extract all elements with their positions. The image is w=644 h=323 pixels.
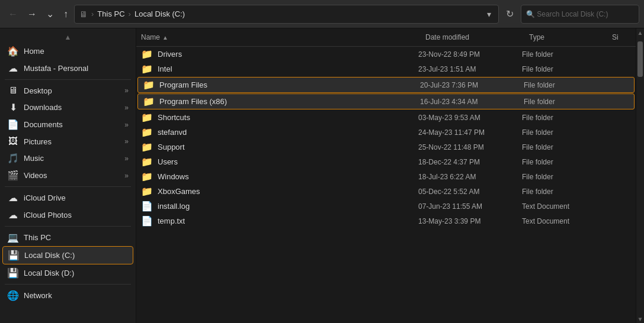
sidebar-item-documents[interactable]: 📄Documents» xyxy=(0,116,136,133)
pictures-icon: 🖼 xyxy=(7,136,19,147)
sidebar-item-local-disk-d[interactable]: 💾Local Disk (D:) xyxy=(0,264,136,282)
scrollbar-thumb[interactable] xyxy=(637,41,643,77)
search-icon: 🔍 xyxy=(526,10,535,18)
file-row[interactable]: 📁XboxGames05-Dec-22 5:52 AMFile folder xyxy=(136,184,636,199)
file-row[interactable]: 📁Program Files20-Jul-23 7:36 PMFile fold… xyxy=(137,77,635,93)
breadcrumb-thispc: This PC xyxy=(97,9,124,18)
file-name: Program Files (x86) xyxy=(159,97,420,106)
up-button[interactable]: ↑ xyxy=(60,7,72,22)
scrollbar-down-arrow[interactable]: ▼ xyxy=(636,315,645,323)
file-type: File folder xyxy=(524,98,607,106)
file-row[interactable]: 📁Shortcuts03-May-23 9:53 AMFile folder xyxy=(136,110,636,125)
column-headers: Name ▲ Date modified Type Si xyxy=(136,28,636,47)
file-name: install.log xyxy=(158,202,418,211)
file-type: Text Document xyxy=(522,217,605,225)
refresh-button[interactable]: ↻ xyxy=(501,6,518,22)
content-area: Name ▲ Date modified Type Si 📁Drivers23-… xyxy=(136,28,636,323)
network-label: Network xyxy=(24,291,129,300)
sidebar-item-desktop[interactable]: 🖥Desktop» xyxy=(0,82,136,99)
file-row[interactable]: 📁Windows18-Jul-23 6:22 AMFile folder xyxy=(136,169,636,184)
file-type: File folder xyxy=(522,128,605,137)
sidebar-item-home[interactable]: 🏠Home xyxy=(0,43,136,60)
icloud-drive-icon: ☁ xyxy=(7,192,19,204)
file-date: 25-Nov-22 11:48 PM xyxy=(418,143,522,151)
file-date: 05-Dec-22 5:52 AM xyxy=(418,188,522,196)
documents-icon: 📄 xyxy=(7,119,19,130)
pictures-pin-icon: » xyxy=(124,137,129,146)
icloud-drive-label: iCloud Drive xyxy=(24,193,129,202)
scrollbar-up-arrow[interactable]: ▲ xyxy=(636,28,645,37)
sidebar-item-this-pc[interactable]: 💻This PC xyxy=(0,229,136,246)
videos-icon: 🎬 xyxy=(7,170,19,181)
file-row[interactable]: 📄temp.txt13-May-23 3:39 PMText Document xyxy=(136,214,636,228)
sidebar-item-music[interactable]: 🎵Music» xyxy=(0,150,136,167)
sidebar-item-videos[interactable]: 🎬Videos» xyxy=(0,167,136,184)
address-bar[interactable]: 🖥 › This PC › Local Disk (C:) ▾ xyxy=(74,5,499,24)
sidebar-divider xyxy=(5,226,131,227)
this-pc-icon: 💻 xyxy=(7,232,19,243)
file-icon-doc: 📄 xyxy=(141,215,153,227)
file-row[interactable]: 📁Intel23-Jul-23 1:51 AMFile folder xyxy=(136,62,636,76)
sidebar: ▲ 🏠Home☁Mustafa - Personal🖥Desktop»⬇Down… xyxy=(0,28,136,323)
sidebar-item-downloads[interactable]: ⬇Downloads» xyxy=(0,99,136,116)
file-row[interactable]: 📁Support25-Nov-22 11:48 PMFile folder xyxy=(136,140,636,154)
forward-button[interactable]: → xyxy=(24,7,40,22)
main-layout: ▲ 🏠Home☁Mustafa - Personal🖥Desktop»⬇Down… xyxy=(0,28,644,323)
address-icon: 🖥 xyxy=(79,9,88,19)
file-list: 📁Drivers23-Nov-22 8:49 PMFile folder📁Int… xyxy=(136,47,636,323)
desktop-icon: 🖥 xyxy=(7,85,19,96)
file-row[interactable]: 📁Drivers23-Nov-22 8:49 PMFile folder xyxy=(136,47,636,62)
col-header-date[interactable]: Date modified xyxy=(421,31,524,44)
address-dropdown-button[interactable]: ▾ xyxy=(485,8,494,20)
file-icon-folder: 📁 xyxy=(141,112,153,123)
downloads-label: Downloads xyxy=(24,103,120,112)
file-date: 23-Jul-23 1:51 AM xyxy=(418,65,522,73)
file-date: 24-May-23 11:47 PM xyxy=(418,128,522,137)
file-name: Program Files xyxy=(159,80,420,89)
scrollbar-track: ▲ ▼ xyxy=(636,28,644,323)
music-pin-icon: » xyxy=(124,154,129,163)
file-row[interactable]: 📁Users18-Dec-22 4:37 PMFile folder xyxy=(136,154,636,169)
recent-button[interactable]: ⌄ xyxy=(43,6,57,22)
file-row[interactable]: 📁stefanvd24-May-23 11:47 PMFile folder xyxy=(136,125,636,140)
file-name: stefanvd xyxy=(158,128,418,137)
file-date: 18-Jul-23 6:22 AM xyxy=(418,173,522,181)
file-date: 07-Jun-23 11:55 AM xyxy=(418,202,522,211)
file-type: File folder xyxy=(522,50,605,59)
local-disk-d-icon: 💾 xyxy=(7,267,19,279)
file-row[interactable]: 📄install.log07-Jun-23 11:55 AMText Docum… xyxy=(136,199,636,214)
sidebar-divider xyxy=(5,79,131,80)
file-name: Windows xyxy=(158,172,418,181)
file-type: File folder xyxy=(524,81,607,89)
sidebar-item-icloud-drive[interactable]: ☁iCloud Drive xyxy=(0,189,136,206)
sidebar-divider xyxy=(5,284,131,285)
file-icon-folder: 📁 xyxy=(143,96,155,107)
desktop-label: Desktop xyxy=(24,86,120,95)
file-date: 23-Nov-22 8:49 PM xyxy=(418,50,522,59)
downloads-pin-icon: » xyxy=(124,104,129,112)
icloud-photos-label: iCloud Photos xyxy=(24,211,129,219)
file-type: File folder xyxy=(522,188,605,196)
sidebar-item-local-disk-c[interactable]: 💾Local Disk (C:) xyxy=(2,246,133,264)
search-box[interactable]: 🔍 Search Local Disk (C:) xyxy=(521,5,639,24)
mustafa-personal-icon: ☁ xyxy=(7,63,19,74)
file-icon-folder: 📁 xyxy=(141,186,153,197)
local-disk-c-icon: 💾 xyxy=(8,250,20,261)
file-row[interactable]: 📁Program Files (x86)16-Jul-23 4:34 AMFil… xyxy=(137,93,635,109)
col-header-name[interactable]: Name ▲ xyxy=(136,31,421,44)
sidebar-item-icloud-photos[interactable]: ☁iCloud Photos xyxy=(0,206,136,224)
file-icon-folder: 📁 xyxy=(143,79,155,91)
back-button[interactable]: ← xyxy=(5,7,21,22)
file-type: File folder xyxy=(522,65,605,73)
file-name: Support xyxy=(158,143,418,151)
col-header-size[interactable]: Si xyxy=(607,31,636,44)
col-header-type[interactable]: Type xyxy=(524,31,607,44)
file-date: 20-Jul-23 7:36 PM xyxy=(420,81,524,89)
file-name: Drivers xyxy=(158,50,418,59)
sidebar-item-pictures[interactable]: 🖼Pictures» xyxy=(0,133,136,150)
file-icon-folder: 📁 xyxy=(141,141,153,153)
file-date: 13-May-23 3:39 PM xyxy=(418,217,522,225)
sidebar-item-network[interactable]: 🌐Network xyxy=(0,287,136,304)
file-type: Text Document xyxy=(522,202,605,211)
sidebar-item-mustafa-personal[interactable]: ☁Mustafa - Personal xyxy=(0,60,136,77)
